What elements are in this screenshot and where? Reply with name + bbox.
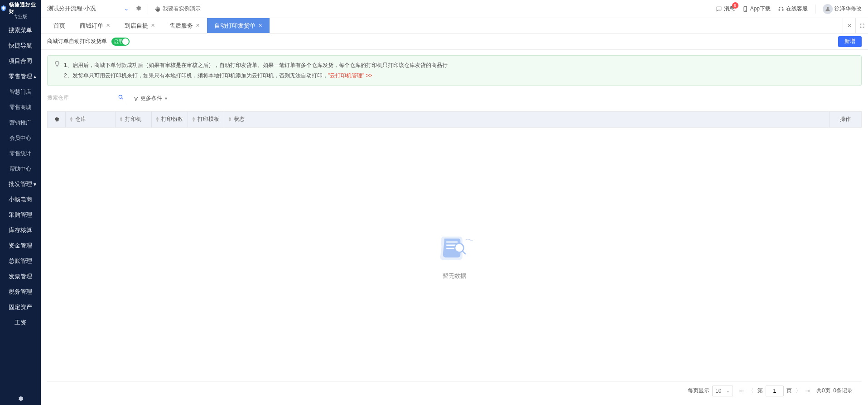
sidebar-item-13[interactable]: 库存核算 [0, 223, 41, 238]
demo-link[interactable]: 我要看实例演示 [154, 5, 201, 13]
th-copies[interactable]: ▲▼打印份数 [152, 112, 188, 127]
new-button[interactable]: 新增 [838, 36, 862, 47]
project-selector[interactable]: 测试分开流程-小况 ⌄ [47, 5, 129, 13]
user-icon [825, 6, 831, 12]
tab-1[interactable]: 商城订单✕ [72, 18, 117, 33]
page-input[interactable] [766, 386, 784, 396]
per-page-label: 每页显示 [688, 387, 709, 395]
sidebar-item-16[interactable]: 发票管理 [0, 269, 41, 284]
close-icon[interactable]: ✕ [196, 23, 200, 29]
close-icon[interactable]: ✕ [106, 23, 110, 29]
close-icon[interactable]: ✕ [151, 23, 155, 29]
table-header: ▲▼仓库 ▲▼打印机 ▲▼打印份数 ▲▼打印模板 ▲▼状态 操作 [48, 112, 861, 127]
warehouse-search-input[interactable] [47, 95, 118, 101]
empty-icon [434, 229, 475, 265]
tab-3[interactable]: 售后服务✕ [162, 18, 207, 33]
svg-point-3 [119, 95, 122, 98]
customer-service-button[interactable]: 在线客服 [778, 5, 808, 13]
subheader-title: 商城订单自动打印发货单 [47, 38, 107, 45]
last-page-button[interactable]: ⇥ [805, 387, 810, 394]
divider [815, 5, 815, 14]
tab-2[interactable]: 到店自提✕ [117, 18, 162, 33]
tip-text: 1、启用后，商城下单付款成功后（如果有审核是在审核之后），自动打印发货单。如果一… [64, 60, 448, 81]
gear-icon [135, 5, 141, 11]
prev-page-button[interactable]: 〈 [748, 387, 754, 395]
messages-button[interactable]: 消息 8 [716, 5, 735, 13]
empty-text: 暂无数据 [443, 272, 466, 280]
cloud-printer-link[interactable]: "云打印机管理" >> [328, 72, 372, 79]
sidebar-item-5[interactable]: 零售商城 [0, 100, 41, 115]
tab-label: 商城订单 [80, 22, 103, 30]
brand-edition: 专业版 [0, 14, 41, 23]
sidebar-item-11[interactable]: 小畅电商 [0, 192, 41, 207]
close-icon[interactable]: ✕ [258, 23, 262, 29]
caret-icon: ▼ [33, 182, 37, 187]
tip-line-1: 1、启用后，商城下单付款成功后（如果有审核是在审核之后），自动打印发货单。如果一… [64, 60, 448, 71]
sidebar-item-4[interactable]: 智慧门店 [0, 84, 41, 100]
sidebar-item-6[interactable]: 营销推广 [0, 115, 41, 130]
demo-label: 我要看实例演示 [163, 5, 201, 13]
sidebar-item-2[interactable]: 项目合同 [0, 53, 41, 69]
sidebar-item-8[interactable]: 零售统计 [0, 146, 41, 161]
tabs-controls: ✕ [843, 18, 868, 33]
message-icon [716, 6, 722, 12]
tip-line-2: 2、发货单只可用云打印机来打，如果只有本地打印机，须将本地打印机添加为云打印机，… [64, 71, 448, 81]
th-status[interactable]: ▲▼状态 [224, 112, 829, 127]
sidebar-item-19[interactable]: 工资 [0, 315, 41, 330]
sidebar-item-14[interactable]: 资金管理 [0, 238, 41, 253]
sidebar-item-18[interactable]: 固定资产 [0, 300, 41, 315]
filter-row: 更多条件 ▼ [47, 94, 862, 103]
topbar-right: 消息 8 App下载 在线客服 徐泽华修改 [716, 4, 862, 14]
data-table: ▲▼仓库 ▲▼打印机 ▲▼打印份数 ▲▼打印模板 ▲▼状态 操作 [47, 111, 862, 128]
sidebar-item-3[interactable]: 零售管理▲ [0, 69, 41, 84]
first-page-button[interactable]: ⇤ [739, 387, 744, 394]
sidebar-item-9[interactable]: 帮助中心 [0, 161, 41, 176]
svg-point-2 [827, 7, 829, 9]
sidebar-item-12[interactable]: 采购管理 [0, 207, 41, 223]
tab-label: 到店自提 [125, 22, 148, 30]
per-page-select[interactable]: 10 ⌄ [712, 386, 733, 396]
th-template[interactable]: ▲▼打印模板 [188, 112, 224, 127]
sidebar-item-1[interactable]: 快捷导航 [0, 38, 41, 53]
topbar: 测试分开流程-小况 ⌄ 我要看实例演示 消息 8 App下载 [41, 0, 868, 18]
user-menu[interactable]: 徐泽华修改 [823, 4, 862, 14]
more-conditions-button[interactable]: 更多条件 ▼ [133, 95, 168, 102]
fullscreen-button[interactable] [855, 18, 868, 33]
close-all-tabs-button[interactable]: ✕ [843, 18, 855, 33]
hand-icon [154, 6, 161, 12]
sidebar-item-17[interactable]: 税务管理 [0, 284, 41, 300]
sidebar-item-0[interactable]: 搜索菜单 [0, 23, 41, 38]
avatar [823, 4, 833, 14]
sidebar-item-15[interactable]: 总账管理 [0, 253, 41, 269]
messages-badge: 8 [732, 2, 738, 9]
th-warehouse[interactable]: ▲▼仓库 [66, 112, 116, 127]
app-download-label: App下载 [750, 5, 771, 13]
chevron-down-icon: ▼ [164, 96, 168, 101]
sidebar-item-10[interactable]: 批发管理▼ [0, 176, 41, 192]
next-page-button[interactable]: 〉 [796, 387, 801, 395]
tabs: 首页商城订单✕到店自提✕售后服务✕自动打印发货单✕ ✕ [41, 18, 868, 33]
main-area: 测试分开流程-小况 ⌄ 我要看实例演示 消息 8 App下载 [41, 0, 868, 405]
app-download-button[interactable]: App下载 [742, 5, 771, 13]
more-conditions-label: 更多条件 [140, 95, 162, 102]
phone-icon [742, 6, 748, 12]
tab-label: 售后服务 [169, 22, 193, 30]
page-suffix: 页 [786, 387, 792, 395]
tab-0[interactable]: 首页 [46, 18, 72, 33]
tab-4[interactable]: 自动打印发货单✕ [207, 18, 270, 33]
sidebar: 畅捷通好业财 专业版 搜索菜单快捷导航项目合同零售管理▲智慧门店零售商城营销推广… [0, 0, 41, 405]
project-settings-button[interactable] [135, 5, 141, 13]
user-name: 徐泽华修改 [834, 5, 862, 13]
sidebar-settings[interactable] [0, 392, 41, 405]
search-icon [118, 94, 124, 100]
search-button[interactable] [118, 94, 124, 102]
pager-summary: 共0页, 0条记录 [816, 387, 853, 395]
enable-toggle[interactable]: 启用 [111, 38, 130, 46]
sidebar-item-7[interactable]: 会员中心 [0, 130, 41, 146]
column-settings-button[interactable] [48, 112, 66, 127]
subheader: 商城订单自动打印发货单 启用 新增 [41, 33, 868, 50]
chevron-down-icon: ⌄ [726, 389, 730, 393]
th-printer[interactable]: ▲▼打印机 [116, 112, 152, 127]
svg-point-1 [745, 10, 745, 10]
sidebar-items: 搜索菜单快捷导航项目合同零售管理▲智慧门店零售商城营销推广会员中心零售统计帮助中… [0, 23, 41, 392]
